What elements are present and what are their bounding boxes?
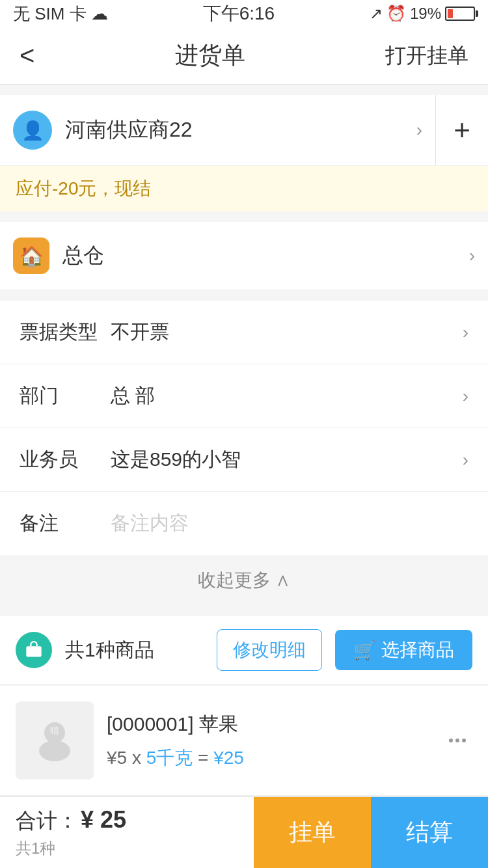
nav-bar: < 进货单 打开挂单 — [0, 27, 488, 85]
status-right: ↗ ⏰ 19% — [370, 5, 475, 23]
hang-button[interactable]: 挂单 — [254, 797, 371, 868]
product-total: ¥25 — [213, 748, 244, 768]
location-icon: ↗ — [370, 5, 383, 23]
department-row[interactable]: 部门 总 部 › — [0, 364, 488, 428]
remark-label: 备注 — [20, 510, 98, 537]
alarm-icon: ⏰ — [386, 5, 406, 23]
form-section: 票据类型 不开票 › 部门 总 部 › 业务员 这是859的小智 › 备注 备注… — [0, 301, 488, 555]
payment-hint: 应付-20元，现结 — [0, 166, 488, 211]
ticket-type-label: 票据类型 — [20, 319, 98, 346]
battery-percent: 19% — [410, 5, 441, 23]
products-header: 共1种商品 修改明细 🛒 选择商品 — [0, 616, 488, 685]
product-placeholder-icon: 晴 — [29, 714, 81, 766]
products-icon — [16, 632, 52, 668]
total-label: 合计： — [16, 807, 78, 835]
product-price-formula: ¥5 x 5千克 = ¥25 — [107, 746, 429, 770]
status-time: 下午6:16 — [203, 1, 275, 26]
status-bar: 无 SIM 卡 ☁ 下午6:16 ↗ ⏰ 19% — [0, 0, 488, 27]
warehouse-chevron-icon: › — [469, 245, 475, 266]
dot-icon-2 — [455, 739, 459, 742]
product-id: [0000001] — [107, 713, 193, 735]
dot-icon-3 — [462, 739, 466, 742]
page-title: 进货单 — [175, 40, 245, 72]
department-value: 总 部 — [98, 383, 463, 409]
product-info: [0000001] 苹果 ¥5 x 5千克 = ¥25 — [107, 711, 429, 770]
supplier-avatar: 👤 — [13, 111, 52, 150]
total-section: 合计： ¥ 25 共1种 — [0, 797, 254, 868]
svg-point-2 — [39, 740, 70, 761]
select-product-label: 选择商品 — [381, 638, 454, 662]
warehouse-icon: 🏠 — [13, 237, 49, 274]
ticket-type-row[interactable]: 票据类型 不开票 › — [0, 301, 488, 364]
ticket-type-value: 不开票 — [98, 319, 463, 346]
ticket-type-chevron-icon: › — [463, 322, 468, 343]
supplier-selector[interactable]: 👤 河南供应商22 › — [0, 95, 436, 165]
svg-text:晴: 晴 — [50, 726, 59, 736]
products-count: 共1种商品 — [65, 637, 204, 664]
supplier-avatar-icon: 👤 — [21, 120, 44, 141]
section-divider-1 — [0, 85, 488, 95]
supplier-chevron-icon: › — [416, 120, 422, 141]
dot-icon-1 — [449, 739, 453, 742]
remark-input[interactable]: 备注内容 — [98, 510, 468, 537]
edit-detail-button[interactable]: 修改明细 — [217, 629, 322, 671]
total-amount: ¥ 25 — [81, 806, 126, 834]
cart-icon: 🛒 — [353, 640, 376, 661]
product-equals: = — [198, 748, 213, 768]
supplier-section: 👤 河南供应商22 › + — [0, 95, 488, 166]
back-button[interactable]: < — [20, 41, 34, 70]
battery-icon — [445, 7, 475, 21]
product-item: 晴 [0000001] 苹果 ¥5 x 5千克 = ¥25 — [0, 686, 488, 796]
add-supplier-button[interactable]: + — [436, 95, 488, 165]
department-chevron-icon: › — [463, 386, 468, 407]
bottom-bar: 合计： ¥ 25 共1种 挂单 结算 — [0, 796, 488, 868]
department-label: 部门 — [20, 383, 98, 409]
supplier-name: 河南供应商22 — [65, 116, 403, 144]
product-title: 苹果 — [199, 713, 238, 735]
total-count: 共1种 — [16, 838, 238, 859]
svg-rect-0 — [26, 646, 41, 657]
remark-row[interactable]: 备注 备注内容 — [0, 492, 488, 555]
product-quantity[interactable]: 5千克 — [146, 748, 193, 768]
warehouse-name: 总仓 — [62, 241, 456, 270]
staff-label: 业务员 — [20, 446, 98, 473]
product-thumbnail: 晴 — [16, 701, 94, 780]
staff-chevron-icon: › — [463, 450, 468, 470]
sim-status: 无 SIM 卡 ☁ — [13, 3, 108, 25]
staff-value: 这是859的小智 — [98, 446, 463, 473]
product-more-button[interactable] — [442, 732, 472, 749]
product-multiply: x — [132, 748, 146, 768]
status-left: 无 SIM 卡 ☁ — [13, 3, 108, 25]
product-name: [0000001] 苹果 — [107, 711, 429, 738]
open-pending-button[interactable]: 打开挂单 — [385, 42, 468, 70]
staff-row[interactable]: 业务员 这是859的小智 › — [0, 428, 488, 492]
checkout-button[interactable]: 结算 — [371, 797, 488, 868]
select-product-button[interactable]: 🛒 选择商品 — [335, 630, 472, 670]
collapse-button[interactable]: 收起更多 ∧ — [0, 555, 488, 606]
product-unit-price: ¥5 — [107, 748, 127, 768]
warehouse-selector[interactable]: 🏠 总仓 › — [0, 222, 488, 290]
